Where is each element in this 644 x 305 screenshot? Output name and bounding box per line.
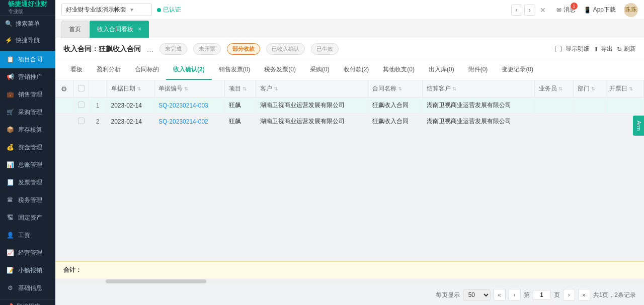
company-selector[interactable]: 好业财专业版演示帐套 ▼ [61,4,152,16]
sub-tab-other[interactable]: 其他收支(0) [376,60,422,80]
quick-nav-btn[interactable]: ⚡ 快捷导航 [0,32,55,49]
cell-bill-no[interactable]: SQ-20230214-003 [154,97,225,114]
sub-tab-purchase[interactable]: 采购(0) [303,60,337,80]
sub-tab-confirm[interactable]: 收入确认(2) [166,60,212,80]
sub-tab-board[interactable]: 看板 [63,60,90,80]
company-caret-icon: ▼ [129,7,134,13]
message-btn[interactable]: ✉ 消息 1 [556,6,576,14]
horizontal-scrollbar[interactable] [55,279,644,283]
sub-tab-warehouse[interactable]: 出入库(0) [422,60,461,80]
bill-no-link[interactable]: SQ-20230214-002 [158,118,208,125]
page-prev-btn[interactable]: ‹ [509,289,521,301]
sub-tab-tax-invoice[interactable]: 税务发票(0) [257,60,303,80]
contract-title: 收入合同：狂飙收入合同 [63,45,141,54]
sidebar-asset-label: 固定资产 [18,214,42,222]
nav-close-btn[interactable]: ✕ [537,5,548,16]
row-checkbox[interactable] [78,118,85,124]
show-detail-toggle[interactable]: 显示明细 [555,45,590,53]
export-label: 导出 [601,45,613,53]
page-input[interactable] [533,290,551,300]
sidebar-item-sales[interactable]: 💼 销售管理 [0,86,55,104]
certified-label: 已认证 [163,6,181,14]
user-avatar-btn[interactable]: 珠珠 [624,3,638,17]
sub-tab-profit[interactable]: 盈利分析 [90,60,128,80]
th-bill-date[interactable]: 开票日 ⇅ [605,80,643,97]
tab-home[interactable]: 首页 [61,21,89,38]
th-sales[interactable]: 业务员 ⇅ [534,80,573,97]
app-logo: 畅捷通好业财 专业版 [0,0,55,16]
sidebar-item-biz[interactable]: 📈 经营管理 [0,244,55,262]
sub-tab-standards[interactable]: 合同标的 [128,60,166,80]
inventory-icon: 📦 [6,126,14,134]
sub-tab-payment[interactable]: 收付款(2) [337,60,376,80]
pin-label: 取消固定 [17,302,41,305]
tab-close-icon[interactable]: × [138,26,141,33]
nav-prev-btn[interactable]: ‹ [511,5,522,16]
page-label-text: 页 [554,291,560,299]
invoice-icon: 🧾 [6,178,14,186]
sidebar-item-report[interactable]: 📝 小畅报销 [0,262,55,279]
status-partial-btn[interactable]: 部分收款 [227,43,260,55]
sidebar-item-marketing[interactable]: 📢 营销推广 [0,68,55,86]
cell-check[interactable] [73,114,89,130]
sidebar-item-capital[interactable]: 💰 资金管理 [0,139,55,156]
table-footer: 合计： [55,261,644,278]
cell-date: 2023-02-14 [107,97,154,114]
th-contract-name[interactable]: 合同名称 ⇅ [368,80,422,97]
sidebar-sales-label: 销售管理 [18,90,42,99]
header-checkbox[interactable] [78,85,85,91]
general-icon: 📊 [6,161,14,169]
th-settlement-customer[interactable]: 结算客户 ⇅ [422,80,534,97]
page-next-btn[interactable]: › [563,289,575,301]
status-incomplete-btn[interactable]: 未完成 [159,43,187,55]
sidebar-item-invoice[interactable]: 🧾 发票管理 [0,174,55,191]
scroll-thumb[interactable] [106,279,206,283]
cell-check[interactable] [73,97,89,114]
table-header-row: ⚙ 单据日期 ⇅ 单据编号 ⇅ [55,80,644,97]
sidebar-item-tax[interactable]: 🏛 税务管理 [0,191,55,209]
tabs-bar: 首页 收入合同看板 × [55,20,644,38]
th-project[interactable]: 项目 ⇅ [224,80,256,97]
status-confirmed-btn[interactable]: 已收入确认 [266,43,305,55]
page-size-select[interactable]: 50 100 [463,289,491,300]
sidebar-item-inventory[interactable]: 📦 库存核算 [0,121,55,139]
search-menu-btn[interactable]: 🔍 搜索菜单 [0,16,55,32]
show-detail-checkbox[interactable] [555,46,561,52]
sidebar-item-general[interactable]: 📊 总账管理 [0,156,55,174]
tab-contract[interactable]: 收入合同看板 × [90,21,149,38]
sub-tab-attachment[interactable]: 附件(0) [461,60,495,80]
th-date[interactable]: 单据日期 ⇅ [107,80,154,97]
pin-button[interactable]: 📌 取消固定 [0,299,55,305]
cell-customer: 湖南卫视商业运营发展有限公司 [256,97,368,114]
export-btn[interactable]: ⬆ 导出 [594,45,613,53]
right-action-btn[interactable]: Arm [633,116,644,136]
app-download-btn[interactable]: 📱 App下载 [584,6,616,14]
page-last-btn[interactable]: » [578,289,590,301]
sidebar-item-base[interactable]: ⚙ 基础信息 [0,279,55,297]
th-bill-no[interactable]: 单据编号 ⇅ [154,80,225,97]
th-customer[interactable]: 客户 ⇅ [256,80,368,97]
sidebar-item-asset[interactable]: 🏗 固定资产 [0,209,55,227]
sidebar-item-project[interactable]: 📋 项目合同 [0,51,55,68]
table-row[interactable]: 2 2023-02-14 SQ-20230214-002 狂飙 湖南卫视商业运营… [55,114,644,130]
status-effective-btn[interactable]: 已生效 [311,43,339,55]
sub-tab-sales-invoice[interactable]: 销售发票(0) [212,60,258,80]
table-row[interactable]: 1 2023-02-14 SQ-20230214-003 狂飙 湖南卫视商业运营… [55,97,644,114]
cell-bill-no[interactable]: SQ-20230214-002 [154,114,225,130]
bill-no-link[interactable]: SQ-20230214-003 [158,102,208,109]
sidebar-marketing-label: 营销推广 [18,73,42,81]
th-settings[interactable]: ⚙ [55,80,73,97]
sidebar-item-purchase[interactable]: 🛒 采购管理 [0,104,55,121]
message-icon: ✉ [556,7,561,14]
contract-more-btn[interactable]: ... [147,45,153,54]
sidebar-item-hr[interactable]: 👤 工资 [0,227,55,244]
nav-next-btn[interactable]: › [524,5,535,16]
th-check[interactable] [73,80,89,97]
th-department[interactable]: 部门 ⇅ [574,80,605,97]
settings-icon[interactable]: ⚙ [61,85,67,93]
sub-tab-change[interactable]: 变更记录(0) [495,60,540,80]
status-uninvoiced-btn[interactable]: 未开票 [193,43,221,55]
refresh-btn[interactable]: ↻ 刷新 [617,45,636,53]
row-checkbox[interactable] [78,101,85,108]
page-first-btn[interactable]: « [494,289,506,301]
